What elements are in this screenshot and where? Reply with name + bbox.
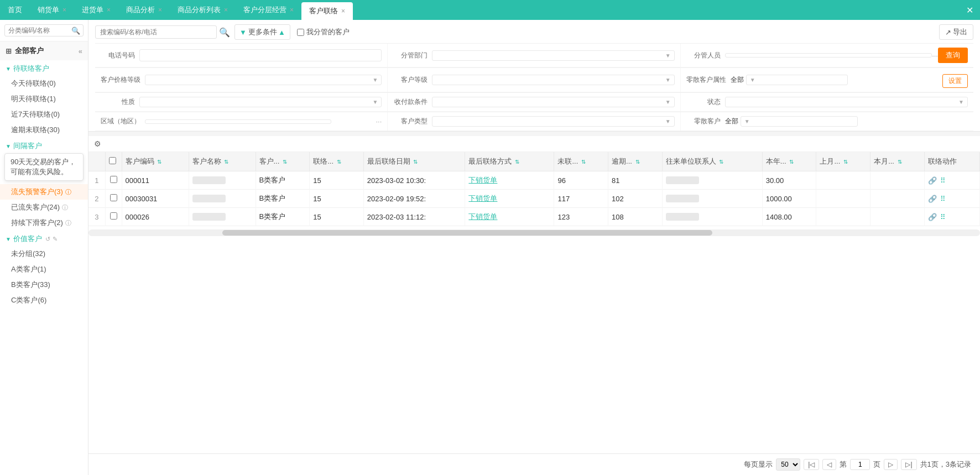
tab-purchase[interactable]: 进货单 × (74, 0, 118, 20)
value-arrow-icon: ▼ (6, 236, 11, 242)
table-settings-icon[interactable]: ⚙ (94, 139, 101, 148)
tab-analysis-close[interactable]: × (158, 6, 162, 14)
sidebar-item-class-a[interactable]: A类客户(1) (0, 262, 88, 277)
col-customer-type[interactable]: 客户... ⇅ (256, 152, 310, 171)
check-2[interactable] (105, 190, 122, 208)
sidebar-all-customers[interactable]: ⊞ 全部客户 « (0, 41, 88, 60)
manager-dots[interactable]: ··· (932, 51, 938, 60)
filter-customer-grade-select[interactable]: ▼ (432, 75, 674, 85)
filter-payment-select[interactable]: ▼ (432, 97, 674, 107)
value-edit-icon[interactable]: ✎ (53, 236, 58, 243)
filter-search-button[interactable]: 🔍 (219, 27, 230, 38)
tab-analysis[interactable]: 商品分析 × (118, 0, 170, 20)
col-unlinking[interactable]: 未联... ⇅ (554, 152, 608, 171)
tab-sales-close[interactable]: × (62, 6, 66, 14)
filter-manager-input[interactable] (725, 53, 932, 58)
filter-manager: 分管人员 ··· 查询 (681, 44, 973, 67)
window-close-button[interactable]: ✕ (960, 5, 980, 15)
first-page-button[interactable]: |◁ (804, 459, 819, 470)
query-button[interactable]: 查询 (938, 48, 968, 63)
col-last-month[interactable]: 上月... ⇅ (816, 152, 870, 171)
sidebar-section-value[interactable]: ▼ 价值客户 ↺ ✎ (0, 231, 88, 246)
check-3[interactable] (105, 208, 122, 226)
check-1[interactable] (105, 171, 122, 190)
tab-customer-layers-close[interactable]: × (290, 6, 294, 14)
export-button[interactable]: ↗ 导出 (939, 24, 973, 40)
filter-zero-attr-select[interactable]: ▼ (746, 75, 848, 85)
value-refresh-icon[interactable]: ↺ (45, 236, 50, 243)
filter-price-grade-select[interactable]: ▼ (145, 75, 382, 85)
select-all-checkbox[interactable] (109, 157, 116, 164)
tab-sales[interactable]: 销货单 × (30, 0, 74, 20)
col-last-contact-method[interactable]: 最后联络方式 ⇅ (465, 152, 554, 171)
filter-scattered-select[interactable]: ▼ (741, 116, 858, 127)
col-name[interactable]: 客户名称 ⇅ (189, 152, 256, 171)
sidebar-item-already-lost[interactable]: 已流失客户(24) ⓘ (0, 200, 88, 215)
region-dots[interactable]: ··· (376, 117, 382, 126)
all-customers-label: 全部客户 (15, 46, 44, 56)
col-code[interactable]: 客户编码 ⇅ (122, 152, 189, 171)
method-2[interactable]: 下销货单 (465, 190, 554, 208)
filter-dept: 分管部门 ▼ (388, 44, 680, 67)
filter-search-input[interactable] (95, 25, 217, 39)
my-customers-checkbox-label[interactable]: 我分管的客户 (297, 27, 350, 37)
collapse-icon: « (79, 47, 82, 55)
filter-region-select[interactable] (145, 119, 331, 124)
col-this-year[interactable]: 本年... ⇅ (762, 152, 816, 171)
tab-customer-contact-close[interactable]: × (341, 7, 345, 15)
filter-nature-select[interactable]: ▼ (139, 97, 382, 107)
tab-analysis-list[interactable]: 商品分析列表 × (170, 0, 236, 20)
col-overdue[interactable]: 逾期... ⇅ (608, 152, 663, 171)
contact-link-icon-2[interactable]: 🔗 (928, 195, 937, 203)
tab-customer-layers[interactable]: 客户分层经营 × (236, 0, 301, 20)
more-action-icon-1[interactable]: ⠿ (940, 176, 946, 185)
sidebar-section-lapsed[interactable]: ▼ 间隔客户 (0, 138, 88, 153)
sidebar-item-at-risk[interactable]: 流失预警客户(3) ⓘ (0, 184, 88, 200)
sidebar-item-7days[interactable]: 近7天待联络(0) (0, 107, 88, 122)
sidebar-item-overdue[interactable]: 逾期未联络(30) (0, 122, 88, 138)
page-size-select[interactable]: 50 (776, 458, 800, 471)
next-page-button[interactable]: ▷ (884, 459, 898, 470)
settings-button[interactable]: 设置 (942, 74, 968, 88)
col-contact-person[interactable]: 往来单位联系人 ⇅ (662, 152, 762, 171)
sidebar-section-pending[interactable]: ▼ 待联络客户 (0, 60, 88, 76)
sidebar-item-declining[interactable]: 持续下滑客户(2) ⓘ (0, 215, 88, 231)
col-contact[interactable]: 联络... ⇅ (310, 152, 364, 171)
sidebar-item-class-c[interactable]: C类客户(6) (0, 293, 88, 308)
horizontal-scrollbar[interactable] (88, 229, 980, 236)
col-checkbox[interactable] (105, 152, 122, 171)
more-action-icon-3[interactable]: ⠿ (940, 213, 946, 221)
unlinking-1: 96 (554, 171, 608, 190)
sidebar-item-ungrouped[interactable]: 未分组(32) (0, 246, 88, 262)
content-area: 🔍 ▼ 更多条件 ▲ 我分管的客户 ↗ 导出 (88, 20, 980, 475)
prev-page-button[interactable]: ◁ (822, 459, 836, 470)
last-page-button[interactable]: ▷| (901, 459, 916, 470)
action-1: 🔗 ⠿ (924, 171, 979, 190)
sidebar-item-tomorrow[interactable]: 明天待联络(1) (0, 91, 88, 107)
filter-more-button[interactable]: ▼ 更多条件 ▲ (234, 24, 290, 40)
filter-status-select[interactable]: ▼ (725, 97, 968, 107)
method-1[interactable]: 下销货单 (465, 171, 554, 190)
col-this-month[interactable]: 本月... ⇅ (870, 152, 925, 171)
col-last-contact-date[interactable]: 最后联络日期 ⇅ (363, 152, 465, 171)
sidebar-item-class-b[interactable]: B类客户(33) (0, 277, 88, 293)
my-customers-checkbox[interactable] (297, 29, 304, 36)
tab-analysis-list-close[interactable]: × (224, 6, 228, 14)
tab-home[interactable]: 首页 (0, 0, 30, 20)
method-3[interactable]: 下销货单 (465, 208, 554, 226)
filter-dept-select[interactable]: ▼ (432, 50, 674, 61)
filter-customer-type-select[interactable]: ▼ (432, 116, 674, 127)
contact-link-icon-1[interactable]: 🔗 (928, 176, 937, 185)
code-3: 000026 (122, 208, 189, 226)
filter-phone: 电话号码 (95, 44, 388, 67)
total-label: 共1页，3条记录 (920, 460, 971, 469)
tab-purchase-close[interactable]: × (107, 6, 111, 14)
tab-customer-contact[interactable]: 客户联络 × (301, 2, 353, 20)
status-arrow-icon: ▼ (958, 99, 964, 105)
page-input[interactable] (850, 459, 870, 470)
pending-arrow-icon: ▼ (6, 66, 11, 72)
sidebar-item-today[interactable]: 今天待联络(0) (0, 76, 88, 91)
filter-phone-input[interactable] (139, 49, 382, 61)
contact-link-icon-3[interactable]: 🔗 (928, 213, 937, 221)
more-action-icon-2[interactable]: ⠿ (940, 195, 946, 203)
